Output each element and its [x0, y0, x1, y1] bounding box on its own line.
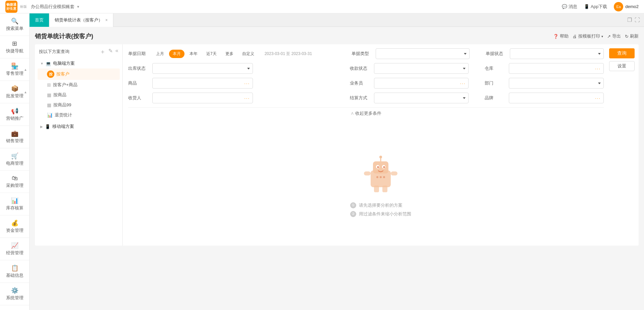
mobile-group-icon: 📱 — [45, 124, 50, 129]
app-download-label: App下载 — [591, 4, 607, 10]
salesperson-input[interactable]: ··· — [374, 78, 469, 89]
sales-icon: 💼 — [0, 130, 29, 137]
scheme-item-return[interactable]: 📊 退货统计 — [38, 110, 120, 120]
svg-point-12 — [376, 176, 378, 178]
product-input[interactable]: ··· — [152, 78, 253, 89]
robot-svg — [359, 152, 402, 196]
sidebar-item-sales[interactable]: 💼 销售管理 — [0, 126, 29, 148]
ship-status-select[interactable] — [152, 63, 253, 74]
refresh-btn[interactable]: ↻ 刷新 — [625, 33, 639, 39]
scheme-item-product99[interactable]: ▦ 按商品99 — [38, 100, 120, 110]
page-header: 销货单统计表(按客户) ❓ 帮助 🖨 按模板打印 ▾ ↗ 导出 ↻ 刷新 — [35, 32, 639, 40]
sidebar-item-stock[interactable]: 📊 库存核算 — [0, 193, 29, 215]
scheme-item-label: 退货统计 — [55, 112, 72, 118]
sidebar-item-search[interactable]: 🔍 搜索菜单 — [0, 13, 29, 36]
tab-close-icon[interactable]: × — [105, 18, 108, 22]
order-type-dropdown-icon — [464, 53, 467, 55]
sidebar-item-nav[interactable]: ⊞ 快捷导航 — [0, 36, 29, 58]
tree-group-desktop-header[interactable]: ▼ 💻 电脑端方案 — [38, 58, 120, 68]
sidebar-item-marketing[interactable]: 📢 营销推广 — [0, 103, 29, 126]
date-tab-thisyear[interactable]: 本年 — [186, 50, 201, 58]
date-tab-thismonth[interactable]: 本月 — [169, 50, 184, 58]
sidebar-item-label: 电商管理 — [0, 160, 29, 166]
sidebar-item-wholesale[interactable]: 📦 批发管理 ▲ — [0, 81, 29, 103]
refresh-icon: ↻ — [625, 34, 629, 39]
avatar: Ea — [614, 2, 623, 11]
scheme-collapse-icon[interactable]: « — [115, 48, 118, 56]
empty-hints: ① 请先选择要分析的方案 ② 用过滤条件来缩小分析范围 — [350, 202, 411, 217]
desktop-group-icon: 💻 — [46, 61, 51, 66]
topbar-right: 💬 消息 📱 App下载 Ea demo2 — [562, 2, 639, 11]
date-tab-lastmonth[interactable]: 上月 — [152, 50, 168, 58]
filter-row-2: 出库状态 收款状态 仓库 — [128, 63, 604, 74]
logo: 畅捷通好生意 — [5, 1, 17, 13]
scheme-tree: ▼ 💻 电脑端方案 按 按客户 ⊞ 按客户+商品 — [35, 58, 122, 132]
order-status-select[interactable] — [510, 48, 604, 59]
scheme-add-icon[interactable]: ＋ — [100, 48, 106, 56]
tab-sales-stat[interactable]: 销货单统计表（按客户） × — [49, 13, 113, 27]
restore-icon[interactable]: ❐ — [627, 17, 632, 23]
collapse-label: 收起更多条件 — [355, 111, 381, 116]
sidebar-item-finance[interactable]: 💰 资金管理 — [0, 215, 29, 238]
retail-expand-icon: ▲ — [24, 68, 27, 71]
export-icon: ↗ — [607, 34, 611, 39]
right-area: 单据日期 上月 本月 本年 近7天 更多 自定义 2023-03-01 至 20… — [123, 44, 639, 246]
svg-point-14 — [383, 176, 385, 178]
scheme-panel: 按以下方案查询 ＋ ✎ « ▼ 💻 电脑端方案 按 — [35, 44, 123, 246]
print-btn[interactable]: 🖨 按模板打印 ▾ — [573, 33, 603, 39]
sidebar-item-system[interactable]: ⚙️ 系统管理 — [0, 283, 29, 305]
department-dropdown-icon — [598, 83, 601, 84]
scheme-edit-icon[interactable]: ✎ — [108, 48, 113, 56]
receiver-label: 收货人 — [128, 95, 148, 101]
warehouse-input[interactable]: ··· — [509, 63, 604, 74]
tab-home[interactable]: 首页 — [30, 13, 49, 27]
sidebar-item-operation[interactable]: 📈 经营管理 — [0, 238, 29, 260]
settings-button[interactable]: 设置 — [609, 61, 635, 71]
payment-status-select[interactable] — [374, 63, 469, 74]
sidebar-item-enterprise[interactable]: 🤝 企业协同 — [0, 305, 29, 310]
scheme-item-customer[interactable]: 按 按客户 — [38, 68, 120, 80]
export-btn[interactable]: ↗ 导出 — [607, 33, 621, 39]
query-button[interactable]: 查询 — [609, 48, 635, 58]
help-btn[interactable]: ❓ 帮助 — [553, 33, 569, 39]
message-btn[interactable]: 💬 消息 — [562, 4, 577, 10]
sidebar-item-purchase[interactable]: 🛍 采购管理 — [0, 171, 29, 193]
export-label: 导出 — [612, 33, 621, 39]
hint-num-2: ② — [350, 211, 356, 217]
app-download-btn[interactable]: 📱 App下载 — [584, 4, 607, 10]
maximize-icon[interactable]: ⛶ — [635, 17, 640, 23]
scheme-header-title: 按以下方案查询 — [39, 49, 69, 55]
date-tab-more[interactable]: 更多 — [222, 50, 237, 58]
operation-icon: 📈 — [0, 242, 29, 249]
department-label: 部门 — [485, 80, 505, 86]
refresh-label: 刷新 — [630, 33, 639, 39]
order-type-select[interactable] — [376, 48, 470, 59]
sidebar-item-basic[interactable]: 📋 基础信息 — [0, 260, 29, 283]
product-dots: ··· — [244, 81, 250, 86]
date-tab-custom[interactable]: 自定义 — [238, 50, 258, 58]
salesperson-dots: ··· — [460, 81, 466, 86]
main-content: 销货单统计表(按客户) ❓ 帮助 🖨 按模板打印 ▾ ↗ 导出 ↻ 刷新 — [30, 27, 644, 310]
settlement-select[interactable] — [374, 93, 469, 103]
scheme-item-customer-product[interactable]: ⊞ 按客户+商品 — [38, 80, 120, 90]
user-area[interactable]: Ea demo2 — [614, 2, 639, 11]
department-select[interactable] — [509, 78, 604, 89]
empty-state-content: ① 请先选择要分析的方案 ② 用过滤条件来缩小分析范围 — [350, 152, 411, 217]
svg-rect-9 — [391, 171, 397, 175]
payment-status-dropdown-icon — [463, 68, 466, 69]
scheme-item-label: 按商品 — [53, 92, 66, 98]
app-icon: 📱 — [584, 4, 589, 9]
brand-input[interactable]: ··· — [509, 93, 604, 103]
collapse-row[interactable]: ∧ 收起更多条件 — [128, 107, 604, 119]
hint-text-1: 请先选择要分析的方案 — [359, 202, 402, 208]
scheme-item-product[interactable]: ▦ 按商品 — [38, 90, 120, 100]
date-range: 2023-03-01 至 2023-03-31 — [265, 51, 312, 57]
date-tab-7days[interactable]: 近7天 — [203, 50, 220, 58]
topbar-dropdown-icon[interactable]: ▾ — [77, 4, 79, 9]
tree-group-mobile-header[interactable]: ▶ 📱 移动端方案 — [38, 121, 120, 132]
sidebar-item-retail[interactable]: 🏪 零售管理 ▲ — [0, 58, 29, 81]
brand-label: 品牌 — [485, 95, 505, 101]
receiver-input[interactable]: ··· — [152, 93, 253, 103]
sidebar-item-ecommerce[interactable]: 🛒 电商管理 — [0, 148, 29, 171]
query-btns: 查询 设置 — [609, 44, 639, 123]
